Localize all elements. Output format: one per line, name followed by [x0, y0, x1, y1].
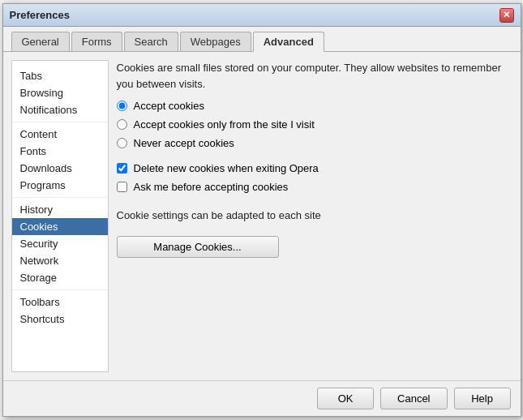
tabs-bar: GeneralFormsSearchWebpagesAdvanced: [3, 27, 521, 52]
left-item-programs[interactable]: Programs: [12, 177, 108, 194]
left-item-security[interactable]: Security: [12, 235, 108, 252]
manage-cookies-button[interactable]: Manage Cookies...: [117, 236, 279, 258]
bottom-bar: OK Cancel Help: [3, 380, 521, 416]
tab-advanced[interactable]: Advanced: [253, 32, 324, 52]
left-item-history[interactable]: History: [12, 201, 108, 218]
tab-general[interactable]: General: [11, 32, 70, 51]
left-item-browsing[interactable]: Browsing: [12, 84, 108, 101]
left-group: ToolbarsShortcuts: [12, 290, 108, 331]
description-text: Cookies are small files stored on your c…: [117, 60, 512, 92]
tab-webpages[interactable]: Webpages: [180, 32, 251, 51]
left-group: TabsBrowsingNotifications: [12, 64, 108, 122]
left-item-fonts[interactable]: Fonts: [12, 143, 108, 160]
left-item-notifications[interactable]: Notifications: [12, 101, 108, 118]
close-button[interactable]: ✕: [499, 8, 514, 23]
window-title: Preferences: [10, 9, 70, 21]
left-item-network[interactable]: Network: [12, 252, 108, 269]
radio-option-0[interactable]: Accept cookies: [117, 100, 512, 112]
radio-option-2[interactable]: Never accept cookies: [117, 137, 512, 149]
cancel-button[interactable]: Cancel: [380, 388, 447, 409]
title-bar: Preferences ✕: [3, 4, 521, 27]
left-group: HistoryCookiesSecurityNetworkStorage: [12, 198, 108, 290]
checkbox-group: Delete new cookies when exiting OperaAsk…: [117, 162, 512, 193]
left-item-tabs[interactable]: Tabs: [12, 67, 108, 84]
left-item-storage[interactable]: Storage: [12, 269, 108, 286]
left-item-downloads[interactable]: Downloads: [12, 160, 108, 177]
left-item-toolbars[interactable]: Toolbars: [12, 294, 108, 311]
left-item-cookies[interactable]: Cookies: [12, 218, 108, 235]
tab-search[interactable]: Search: [124, 32, 178, 51]
radio-option-1[interactable]: Accept cookies only from the site I visi…: [117, 118, 512, 131]
content-area: TabsBrowsingNotificationsContentFontsDow…: [3, 52, 521, 380]
right-panel: Cookies are small files stored on your c…: [117, 60, 512, 372]
ok-button[interactable]: OK: [317, 388, 374, 409]
left-item-content[interactable]: Content: [12, 126, 108, 143]
help-button[interactable]: Help: [454, 388, 511, 409]
left-panel: TabsBrowsingNotificationsContentFontsDow…: [11, 60, 109, 372]
checkbox-option-1[interactable]: Ask me before accepting cookies: [117, 181, 512, 193]
preferences-window: Preferences ✕ GeneralFormsSearchWebpages…: [2, 3, 521, 417]
left-item-shortcuts[interactable]: Shortcuts: [12, 311, 108, 328]
checkbox-option-0[interactable]: Delete new cookies when exiting Opera: [117, 162, 512, 174]
left-group: ContentFontsDownloadsPrograms: [12, 122, 108, 198]
radio-group: Accept cookiesAccept cookies only from t…: [117, 100, 512, 149]
tab-forms[interactable]: Forms: [71, 32, 122, 51]
cookie-site-text: Cookie settings can be adapted to each s…: [117, 209, 512, 221]
